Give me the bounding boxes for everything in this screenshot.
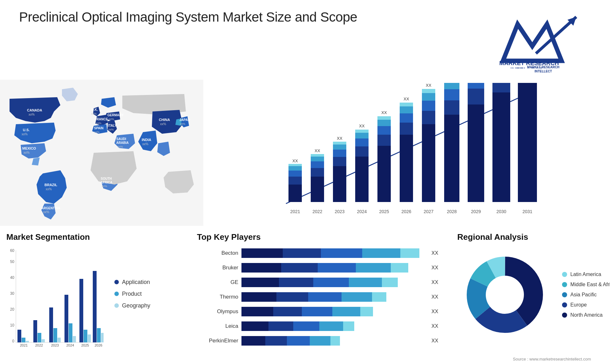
svg-rect-144 <box>400 248 419 258</box>
svg-rect-155 <box>241 292 276 302</box>
svg-text:xx%: xx% <box>96 122 101 125</box>
world-map-svg: CANADA xx% U.S. xx% MEXICO xx% BRAZIL xx… <box>0 80 203 226</box>
svg-rect-116 <box>17 330 21 342</box>
svg-rect-122 <box>42 339 45 342</box>
svg-rect-121 <box>37 333 41 342</box>
svg-text:2022: 2022 <box>312 209 322 214</box>
svg-text:2026: 2026 <box>401 209 411 214</box>
reg-legend-europe: Europe <box>562 302 610 308</box>
player-bar-becton <box>241 247 426 259</box>
svg-text:ARGENTINA: ARGENTINA <box>41 206 60 210</box>
svg-text:2023: 2023 <box>51 343 59 347</box>
svg-rect-169 <box>343 321 354 331</box>
svg-text:JAPAN: JAPAN <box>180 118 190 122</box>
svg-rect-174 <box>330 336 340 346</box>
svg-rect-97 <box>468 83 484 89</box>
player-name-thermo: Thermo <box>197 294 238 300</box>
svg-text:XX: XX <box>381 110 387 115</box>
svg-rect-76 <box>400 123 413 135</box>
player-row-thermo: Thermo XX <box>197 291 438 303</box>
svg-rect-56 <box>333 150 346 157</box>
segmentation-title: Market Segmentation <box>6 232 178 242</box>
svg-text:AFRICA: AFRICA <box>100 181 112 184</box>
svg-rect-140 <box>241 248 283 258</box>
svg-text:XX: XX <box>315 148 320 153</box>
svg-rect-75 <box>400 135 413 202</box>
reg-legend-middle-east: Middle East & Africa <box>562 282 610 287</box>
svg-rect-128 <box>64 295 68 342</box>
segmentation-section: Market Segmentation 0 10 20 30 40 50 60 <box>0 229 184 364</box>
seg-chart-area: 0 10 20 30 40 50 60 2021 <box>6 247 178 349</box>
legend-dot-geography <box>114 303 119 308</box>
svg-text:xx%: xx% <box>91 112 97 115</box>
reg-legend-north-america: North America <box>562 312 610 318</box>
svg-rect-157 <box>308 292 342 302</box>
player-bar-perkinelmer <box>241 335 426 347</box>
svg-rect-50 <box>311 157 324 161</box>
regional-section: Regional Analysis <box>451 229 610 364</box>
player-bar-olympus <box>241 306 426 318</box>
svg-rect-138 <box>101 333 104 342</box>
players-list: Becton XX Bruker <box>197 247 438 347</box>
player-xx-ge: XX <box>431 280 438 285</box>
svg-rect-134 <box>88 334 91 342</box>
svg-rect-145 <box>241 263 281 273</box>
player-bar-ge <box>241 276 426 288</box>
svg-text:2030: 2030 <box>496 209 506 214</box>
svg-text:xx%: xx% <box>109 118 114 121</box>
svg-rect-167 <box>293 321 319 331</box>
svg-text:XX: XX <box>292 158 298 163</box>
player-name-leica: Leica <box>197 323 238 329</box>
reg-dot-north-america <box>562 313 567 318</box>
player-bar-thermo <box>241 291 426 303</box>
player-bar-leica <box>241 320 426 332</box>
svg-rect-84 <box>422 101 435 111</box>
player-xx-becton: XX <box>431 250 438 256</box>
svg-rect-154 <box>382 278 398 287</box>
svg-rect-170 <box>241 336 265 346</box>
reg-dot-latin-america <box>562 272 567 277</box>
reg-dot-asia-pacific <box>562 292 567 297</box>
svg-text:U.K.: U.K. <box>92 108 98 111</box>
player-name-bruker: Bruker <box>197 265 238 271</box>
player-row-leica: Leica XX <box>197 320 438 332</box>
reg-label-asia-pacific: Asia Pacific <box>570 292 597 298</box>
player-bar-bruker <box>241 262 426 274</box>
svg-text:ITALY: ITALY <box>108 124 117 127</box>
svg-rect-57 <box>333 145 346 150</box>
players-section: Top Key Players Becton XX Bru <box>184 229 451 364</box>
svg-text:XX: XX <box>403 97 409 101</box>
regional-wrap: Latin America Middle East & Africa Asia … <box>457 247 610 342</box>
svg-text:2029: 2029 <box>471 209 481 214</box>
svg-rect-159 <box>372 292 386 302</box>
reg-label-europe: Europe <box>570 302 587 308</box>
player-xx-bruker: XX <box>431 265 438 271</box>
svg-text:xx%: xx% <box>102 185 107 188</box>
svg-rect-142 <box>321 248 362 258</box>
bar-chart-section: XX 2021 XX 2022 XX 2023 <box>203 80 610 226</box>
svg-rect-70 <box>377 126 391 135</box>
legend-item-geography: Geography <box>114 302 150 309</box>
svg-text:BRAZIL: BRAZIL <box>44 183 58 187</box>
svg-text:2023: 2023 <box>335 209 344 214</box>
player-xx-perkinelmer: XX <box>431 338 438 344</box>
svg-rect-132 <box>79 279 83 342</box>
svg-rect-72 <box>377 116 391 120</box>
svg-rect-95 <box>468 104 484 202</box>
logo-line2: INTELLECT <box>527 69 559 73</box>
svg-rect-147 <box>318 263 356 273</box>
svg-rect-44 <box>288 164 302 166</box>
svg-text:FRANCE: FRANCE <box>95 118 108 121</box>
svg-text:xx%: xx% <box>160 122 166 126</box>
svg-rect-55 <box>333 157 346 166</box>
svg-rect-61 <box>355 157 369 202</box>
svg-rect-92 <box>444 83 459 89</box>
reg-dot-middle-east <box>562 282 567 287</box>
svg-text:xx%: xx% <box>46 187 52 191</box>
svg-rect-64 <box>355 133 369 138</box>
legend-label-product: Product <box>122 291 142 297</box>
svg-rect-146 <box>281 263 318 273</box>
svg-rect-166 <box>268 321 293 331</box>
player-xx-olympus: XX <box>431 309 438 314</box>
svg-rect-86 <box>422 89 435 93</box>
